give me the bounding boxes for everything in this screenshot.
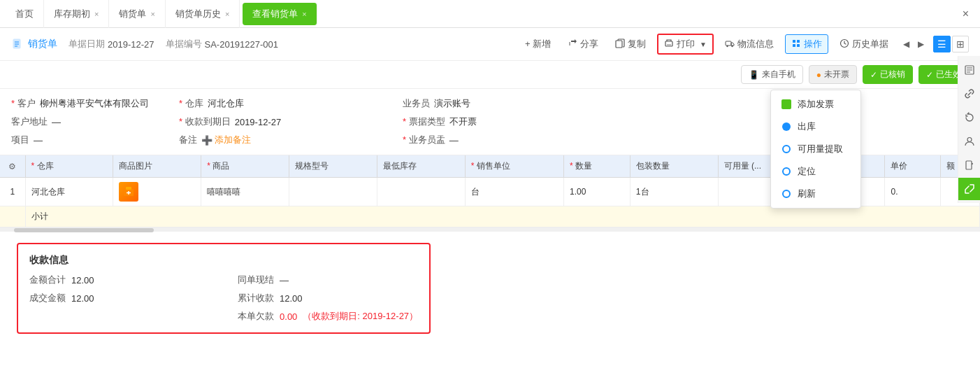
nav-arrows: ◀ ▶ (900, 37, 928, 51)
row-num: 1 (0, 178, 25, 206)
new-button[interactable]: + 新增 (519, 35, 556, 53)
right-tools-panel (958, 56, 980, 203)
copy-button[interactable]: 复制 (610, 35, 651, 53)
col-quantity: 数量 (563, 155, 630, 178)
copy-label: 复制 (628, 38, 646, 50)
print-dropdown-arrow[interactable]: ▼ (700, 41, 707, 48)
dropdown-item-locate[interactable]: 定位 (771, 160, 860, 183)
address-label: 客户地址 (11, 115, 48, 128)
svg-rect-6 (667, 44, 671, 45)
doc-date-label: 单据日期 (69, 38, 105, 50)
tab-view-sales-label: 查看销货单 (252, 8, 298, 20)
new-label: + 新增 (525, 38, 551, 50)
svg-point-23 (967, 138, 972, 142)
print-button[interactable]: 打印 ▼ (657, 34, 714, 55)
staff-value: — (449, 135, 459, 146)
payment-date-label: 收款到期日 (179, 115, 231, 128)
not-opened-button[interactable]: ● 未开票 (809, 65, 857, 84)
ticket-type-label: 票据类型 (403, 115, 445, 128)
tab-view-sales-close[interactable]: × (302, 10, 306, 18)
row-min-stock (377, 178, 465, 206)
tool-log-button[interactable] (958, 154, 980, 176)
dropdown-item-add-invoice[interactable]: 添加发票 (771, 93, 860, 115)
svg-rect-7 (726, 41, 731, 45)
payment-due-note: （收款到期日: 2019-12-27） (303, 310, 418, 323)
tab-bar: 首页 库存期初 × 销货单 × 销货单历史 × 查看销货单 × × (0, 0, 980, 28)
col-sales-unit: 销售单位 (465, 155, 563, 178)
payment-arrears-label: 本单欠款 (238, 310, 274, 323)
dropdown-item-refresh[interactable]: 刷新 (771, 183, 860, 205)
payment-date-field: 收款到期日 2019-12-27 (179, 115, 319, 128)
payment-transaction-value: 12.00 (71, 293, 94, 304)
operations-button[interactable]: 操作 (785, 34, 828, 54)
prev-button[interactable]: ◀ (900, 37, 913, 51)
table-subtotal-row: 小计 (0, 206, 980, 227)
tab-inventory[interactable]: 库存期初 × (44, 0, 109, 28)
tab-inventory-close[interactable]: × (94, 10, 99, 18)
payment-section: 收款信息 金额合计 12.00 同单现结 — 成交金额 12.00 (17, 243, 431, 334)
payment-total-label: 金额合计 (29, 274, 66, 286)
next-button[interactable]: ▶ (914, 37, 928, 51)
dropdown-item-available-qty[interactable]: 可用量提取 (771, 138, 860, 160)
doc-date-group: 单据日期 2019-12-27 (69, 38, 154, 50)
address-value: — (52, 117, 61, 127)
project-field: 项目 — (11, 134, 151, 146)
history-button[interactable]: 历史单据 (834, 35, 894, 53)
share-icon (568, 38, 577, 50)
doc-number-value: SA-20191227-001 (205, 39, 279, 50)
main-content: 销货单 单据日期 2019-12-27 单据编号 SA-20191227-001… (0, 28, 980, 373)
tool-user-button[interactable] (958, 130, 980, 153)
payment-grid: 金额合计 12.00 同单现结 — 成交金额 12.00 累计收款 12.00 (29, 274, 418, 323)
ticket-type-value: 不开票 (449, 115, 477, 128)
tab-home[interactable]: 首页 (6, 0, 44, 28)
payment-total-value: 12.00 (71, 275, 94, 286)
doc-date-value: 2019-12-27 (108, 39, 154, 50)
not-opened-label: 未开票 (824, 69, 849, 80)
share-label: 分享 (580, 38, 598, 50)
add-note-label: 添加备注 (215, 134, 251, 146)
add-note-button[interactable]: ➕ 添加备注 (201, 134, 251, 146)
grid-view-button[interactable]: ⊞ (952, 36, 969, 52)
dropdown-item-out-warehouse[interactable]: 出库 (771, 115, 860, 138)
tool-link-button[interactable] (958, 83, 980, 105)
col-warehouse: 仓库 (25, 155, 113, 178)
tab-sales-history[interactable]: 销货单历史 × (166, 0, 240, 28)
row-sales-unit: 台 (465, 178, 563, 206)
row-warehouse: 河北仓库 (25, 178, 113, 206)
refresh-icon (781, 188, 792, 199)
payment-same-order-label: 同单现结 (238, 274, 274, 286)
col-product-image: 商品图片 (113, 155, 201, 178)
tool-notes-button[interactable] (958, 59, 980, 81)
add-invoice-icon (781, 99, 792, 110)
list-view-button[interactable]: ☰ (933, 36, 951, 52)
tab-sales[interactable]: 销货单 × (109, 0, 165, 28)
window-close-button[interactable]: × (957, 8, 974, 20)
staff-field: 业务员盂 — (403, 134, 542, 146)
truck-icon (725, 38, 735, 50)
confirmed-button[interactable]: ✓ 已核销 (863, 65, 913, 84)
logistics-button[interactable]: 物流信息 (719, 35, 779, 53)
staff-label: 业务员盂 (403, 134, 445, 146)
row-product-image (113, 178, 201, 206)
row-quantity: 1.00 (563, 178, 630, 206)
row-product: 嘻嘻嘻嘻 (201, 178, 289, 206)
svg-point-8 (726, 45, 728, 46)
payment-cumulative-row: 累计收款 12.00 (238, 292, 418, 304)
tool-rotate-button[interactable] (958, 106, 980, 129)
payment-cumulative-value: 12.00 (280, 293, 303, 304)
history-label: 历史单据 (852, 38, 888, 50)
sales-doc-icon (11, 38, 24, 50)
tab-view-sales[interactable]: 查看销货单 × (243, 3, 317, 25)
logistics-label: 物流信息 (737, 38, 774, 50)
payment-arrears-value: 0.00 (280, 311, 297, 322)
tab-sales-close[interactable]: × (150, 10, 154, 18)
settings-gear-icon[interactable]: ⚙ (8, 162, 16, 171)
from-phone-button[interactable]: 📱 来自手机 (741, 65, 803, 84)
tool-expand-button[interactable] (958, 178, 980, 200)
share-button[interactable]: 分享 (562, 35, 604, 53)
subtotal-cell (0, 206, 25, 227)
print-label: 打印 (677, 38, 695, 50)
check-icon-1: ✓ (870, 70, 877, 80)
doc-number-label: 单据编号 (166, 38, 202, 50)
tab-sales-history-close[interactable]: × (225, 10, 229, 18)
